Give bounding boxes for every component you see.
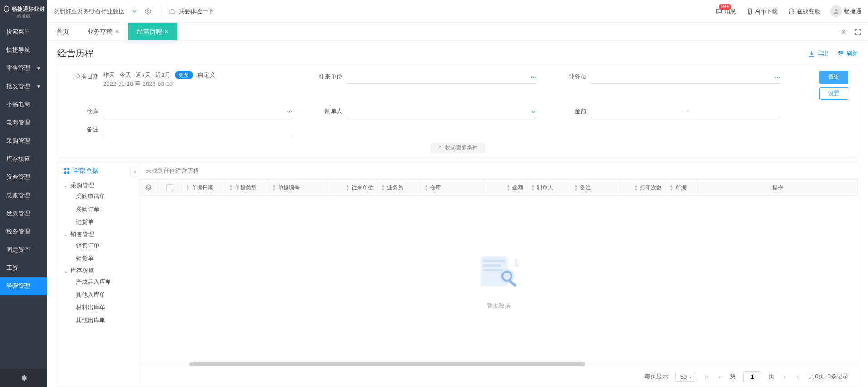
tree-leaf-0-2[interactable]: 进货单 bbox=[58, 216, 135, 228]
sidebar-item-11[interactable]: 税务管理 bbox=[0, 223, 47, 241]
filter-sales-input[interactable]: ⋯ bbox=[591, 71, 780, 84]
col-header-8[interactable]: ▲▼备注 bbox=[570, 180, 620, 195]
org-dropdown-icon[interactable] bbox=[131, 8, 138, 15]
col-header-10[interactable]: ▲▼单据 bbox=[666, 180, 698, 195]
messages-button[interactable]: 消息 99+ bbox=[715, 7, 736, 15]
org-settings-icon[interactable] bbox=[144, 8, 152, 15]
tree-leaf-2-0[interactable]: 产成品入库单 bbox=[58, 276, 135, 288]
sidebar-item-label: 总账管理 bbox=[6, 191, 30, 199]
sort-icon: ▲▼ bbox=[272, 184, 276, 191]
support-button[interactable]: 在线客服 bbox=[788, 7, 820, 15]
tree-group-2[interactable]: ⌄库存核算 bbox=[58, 265, 135, 276]
column-settings-button[interactable] bbox=[139, 180, 158, 195]
date-opt-0[interactable]: 昨天 bbox=[103, 71, 115, 79]
empty-text: 暂无数据 bbox=[487, 302, 511, 310]
sidebar-item-13[interactable]: 工资 bbox=[0, 259, 47, 277]
pager-first-icon[interactable]: |‹ bbox=[703, 373, 710, 380]
col-header-2[interactable]: ▲▼单据编号 bbox=[268, 180, 327, 195]
select-all-checkbox[interactable] bbox=[158, 180, 182, 195]
collapse-filters-button[interactable]: ⌃ 收起更多条件 bbox=[431, 143, 485, 153]
app-download-button[interactable]: App下载 bbox=[746, 7, 778, 15]
settings-button[interactable]: 设置 bbox=[819, 87, 848, 100]
sidebar-item-8[interactable]: 资金管理 bbox=[0, 168, 47, 186]
col-header-4[interactable]: ▲▼业务员 bbox=[377, 180, 421, 195]
sidebar-item-14[interactable]: 经营管理 bbox=[0, 277, 47, 295]
col-header-7[interactable]: ▲▼制单人 bbox=[527, 180, 570, 195]
date-opt-2[interactable]: 近7天 bbox=[136, 71, 151, 79]
date-custom-button[interactable]: 自定义 bbox=[198, 71, 215, 79]
filter-remark-label: 备注 bbox=[67, 124, 99, 134]
sidebar-item-2[interactable]: 零售管理▼ bbox=[0, 59, 47, 77]
tree-head-label[interactable]: 全部单据 bbox=[73, 167, 99, 175]
svg-rect-5 bbox=[67, 168, 69, 170]
tab-1[interactable]: 业务草稿× bbox=[78, 23, 128, 40]
col-header-1[interactable]: ▲▼单据类型 bbox=[225, 180, 268, 195]
tree-leaf-2-3[interactable]: 其他出库单 bbox=[58, 314, 135, 327]
sidebar: 畅捷通好业财 标准版 搜索菜单快捷导航零售管理▼批发管理▼小畅电商电商管理采购管… bbox=[0, 0, 47, 387]
tree-leaf-1-0[interactable]: 销售订单 bbox=[58, 239, 135, 252]
tree-leaf-2-2[interactable]: 材料出库单 bbox=[58, 301, 135, 314]
messages-badge: 99+ bbox=[719, 4, 731, 10]
query-button[interactable]: 查询 bbox=[819, 71, 848, 84]
try-button[interactable]: 我要体验一下 bbox=[169, 7, 214, 15]
sidebar-item-12[interactable]: 固定资产 bbox=[0, 241, 47, 259]
col-header-0[interactable]: ▲▼单据日期 bbox=[182, 180, 225, 195]
sidebar-item-label: 固定资产 bbox=[6, 246, 30, 254]
date-opt-3[interactable]: 近1月 bbox=[155, 71, 170, 79]
sidebar-item-1[interactable]: 快捷导航 bbox=[0, 41, 47, 59]
pager-prev-icon[interactable]: ‹ bbox=[717, 373, 723, 380]
refresh-button[interactable]: 刷新 bbox=[837, 50, 858, 58]
sidebar-item-5[interactable]: 电商管理 bbox=[0, 114, 47, 132]
sidebar-item-0[interactable]: 搜索菜单 bbox=[0, 23, 47, 41]
sidebar-item-10[interactable]: 发票管理 bbox=[0, 204, 47, 223]
pager-next-icon[interactable]: › bbox=[782, 373, 787, 380]
date-more-button[interactable]: 更多 bbox=[175, 71, 193, 79]
tree-group-label: 库存核算 bbox=[70, 267, 94, 275]
table-panel: 未找到任何经营历程 ▲▼单据日期▲▼单据类型▲▼单据编号▲▼往来单位▲▼业务员▲… bbox=[139, 162, 858, 387]
col-label: 业务员 bbox=[387, 184, 403, 192]
date-opt-1[interactable]: 今天 bbox=[119, 71, 131, 79]
tree-leaf-1-1[interactable]: 销货单 bbox=[58, 252, 135, 265]
export-button[interactable]: 导出 bbox=[808, 50, 829, 58]
sidebar-settings[interactable] bbox=[0, 369, 47, 387]
col-label: 制单人 bbox=[537, 184, 553, 192]
tree-leaf-0-1[interactable]: 采购订单 bbox=[58, 203, 135, 216]
tab-close-icon[interactable]: × bbox=[115, 29, 119, 35]
refresh-label: 刷新 bbox=[846, 50, 858, 58]
tab-fullscreen-icon[interactable] bbox=[854, 28, 862, 35]
pager-last-icon[interactable]: ›| bbox=[795, 373, 802, 380]
filter-amount-input[interactable]: — bbox=[591, 105, 780, 118]
col-header-6[interactable]: ▲▼金额 bbox=[484, 180, 527, 195]
tab-label: 业务草稿 bbox=[87, 28, 113, 36]
sidebar-item-7[interactable]: 库存核算 bbox=[0, 150, 47, 168]
col-header-3[interactable]: ▲▼往来单位 bbox=[327, 180, 377, 195]
tree-group-1[interactable]: ⌄销售管理 bbox=[58, 228, 135, 239]
sidebar-item-3[interactable]: 批发管理▼ bbox=[0, 77, 47, 95]
filter-maker-select[interactable] bbox=[347, 105, 536, 118]
sort-icon: ▲▼ bbox=[670, 184, 674, 191]
col-header-5[interactable]: ▲▼仓库 bbox=[421, 180, 484, 195]
user-menu[interactable]: 畅捷通 bbox=[830, 5, 862, 17]
cloud-icon bbox=[169, 8, 176, 15]
sidebar-item-9[interactable]: 总账管理 bbox=[0, 186, 47, 204]
col-header-9[interactable]: ▲▼打印次数 bbox=[620, 180, 666, 195]
tree-collapse-button[interactable]: « bbox=[130, 166, 139, 177]
sidebar-item-label: 工资 bbox=[6, 264, 18, 272]
tab-2[interactable]: 经营历程× bbox=[128, 23, 177, 40]
filter-warehouse-input[interactable]: ⋯ bbox=[103, 105, 293, 118]
page-input[interactable] bbox=[743, 371, 761, 382]
sidebar-item-6[interactable]: 采购管理 bbox=[0, 132, 47, 150]
horizontal-scrollbar[interactable] bbox=[139, 362, 858, 367]
tab-close-icon[interactable]: × bbox=[165, 29, 168, 35]
tab-close-all-icon[interactable] bbox=[840, 28, 847, 35]
tab-0[interactable]: 首页 bbox=[47, 23, 78, 40]
col-label: 单据类型 bbox=[235, 184, 257, 192]
tree-leaf-2-1[interactable]: 其他入库单 bbox=[58, 288, 135, 301]
perpage-select[interactable]: 50 bbox=[675, 372, 695, 382]
sidebar-item-4[interactable]: 小畅电商 bbox=[0, 95, 47, 114]
tree-group-0[interactable]: ⌄采购管理 bbox=[58, 179, 135, 190]
filter-partner-input[interactable]: ⋯ bbox=[347, 71, 536, 84]
filter-remark-input[interactable] bbox=[103, 124, 293, 136]
tree-leaf-0-0[interactable]: 采购申请单 bbox=[58, 190, 135, 203]
app-download-label: App下载 bbox=[755, 7, 778, 15]
